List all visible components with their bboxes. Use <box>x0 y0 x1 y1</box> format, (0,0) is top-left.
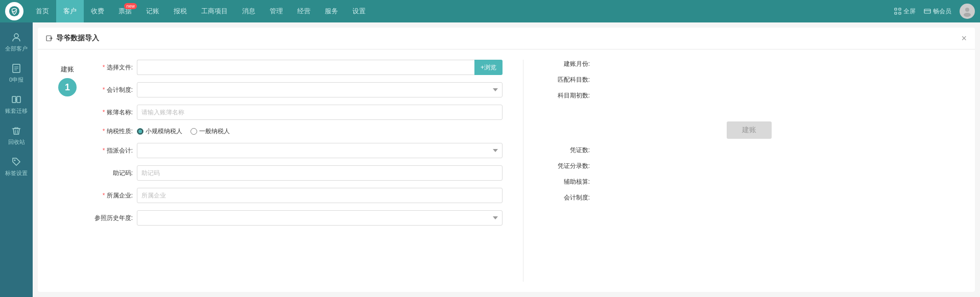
tax-option1-radio[interactable] <box>137 128 144 135</box>
right-account-system-row: 会计制度: <box>544 193 954 202</box>
svg-rect-1 <box>895 8 897 10</box>
sidebar: 全部客户 0申报 账套迁移 回收站 标签设置 <box>0 22 33 297</box>
sidebar-item-all-customers[interactable]: 全部客户 <box>0 28 33 57</box>
nav-bookkeeping[interactable]: 记账 <box>139 0 166 22</box>
tax-option2-radio[interactable] <box>190 128 197 135</box>
subject-init-row: 科目期初数: <box>544 91 954 100</box>
member-label: 畅会员 <box>933 7 951 16</box>
svg-point-6 <box>965 8 969 12</box>
step-section: 建账 1 <box>58 60 77 282</box>
sidebar-item-tag-settings[interactable]: 标签设置 <box>0 152 33 181</box>
tax-option1-label[interactable]: 小规模纳税人 <box>137 127 182 136</box>
svg-rect-5 <box>924 9 930 13</box>
vertical-divider <box>523 60 523 282</box>
member-button[interactable]: 畅会员 <box>924 7 951 16</box>
build-month-label: 建账月份: <box>544 60 590 68</box>
nav-tax[interactable]: 报税 <box>166 0 194 22</box>
fullscreen-label: 全屏 <box>903 7 916 16</box>
nav-settings[interactable]: 设置 <box>345 0 373 22</box>
belong-company-label: 所属企业: <box>92 191 133 200</box>
match-subject-label: 匹配科目数: <box>544 76 590 84</box>
svg-rect-10 <box>12 96 16 103</box>
nav-fee[interactable]: 收费 <box>84 0 111 22</box>
sidebar-item-declare[interactable]: 0申报 <box>0 59 33 88</box>
dialog-header: 导爷数据导入 × <box>38 28 975 50</box>
nav-invoice[interactable]: 票据 new <box>111 0 139 22</box>
browse-button[interactable]: +浏览 <box>474 60 503 75</box>
form-section: 选择文件: +浏览 会计制度: <box>92 60 954 282</box>
nav-operation[interactable]: 经营 <box>290 0 318 22</box>
user-icon <box>11 32 22 43</box>
app-logo[interactable] <box>5 2 23 20</box>
match-subject-row: 匹配科目数: <box>544 76 954 84</box>
nav-manage[interactable]: 管理 <box>262 0 290 22</box>
belong-company-row: 所属企业: <box>92 188 503 203</box>
voucher-entries-label: 凭证分录数: <box>544 162 590 170</box>
tag-icon <box>11 156 22 167</box>
tax-type-label: 纳税性质: <box>92 127 133 136</box>
svg-rect-2 <box>899 8 901 10</box>
build-month-row: 建账月份: <box>544 60 954 68</box>
dialog-body: 建账 1 选择文件: +浏览 <box>38 50 975 292</box>
right-account-system-label: 会计制度: <box>544 193 590 202</box>
svg-point-12 <box>14 160 16 161</box>
memo-code-input[interactable] <box>137 165 503 181</box>
top-nav: 首页 客户 收费 票据 new 记账 报税 工商项目 消息 管理 经营 服务 设… <box>0 0 980 22</box>
nav-biz-project[interactable]: 工商项目 <box>194 0 235 22</box>
svg-rect-11 <box>17 96 20 103</box>
account-system-label: 会计制度: <box>92 86 133 94</box>
belong-company-input[interactable] <box>137 188 503 203</box>
trash-icon <box>11 125 22 136</box>
dialog-title: 导爷数据导入 <box>46 34 99 43</box>
voucher-label: 凭证数: <box>544 146 590 155</box>
memo-code-row: 助记码: <box>92 165 503 181</box>
migrate-icon <box>11 94 22 105</box>
declare-icon <box>11 63 22 74</box>
nav-home[interactable]: 首页 <box>29 0 56 22</box>
new-badge: new <box>124 3 137 9</box>
close-button[interactable]: × <box>961 34 967 43</box>
voucher-row: 凭证数: <box>544 146 954 155</box>
auxiliary-row: 辅助核算: <box>544 178 954 186</box>
file-row: 选择文件: +浏览 <box>92 60 503 75</box>
user-avatar[interactable] <box>960 4 975 19</box>
step-label: 建账 <box>61 65 74 74</box>
import-icon <box>46 35 53 42</box>
svg-rect-4 <box>899 12 901 14</box>
nav-customer[interactable]: 客户 <box>56 0 84 22</box>
account-system-select[interactable] <box>137 82 503 97</box>
fullscreen-button[interactable]: 全屏 <box>894 7 916 16</box>
book-name-row: 账簿名称: <box>92 105 503 120</box>
nav-right: 全屏 畅会员 <box>894 4 975 19</box>
voucher-entries-row: 凭证分录数: <box>544 162 954 170</box>
assign-accountant-select[interactable] <box>137 143 503 158</box>
tax-option2-label[interactable]: 一般纳税人 <box>190 127 230 136</box>
svg-rect-3 <box>895 12 897 14</box>
sidebar-item-migrate[interactable]: 账套迁移 <box>0 90 33 119</box>
memo-code-label: 助记码: <box>92 169 133 178</box>
nav-service[interactable]: 服务 <box>318 0 345 22</box>
dialog-container: 导爷数据导入 × 建账 1 选择文件: <box>38 28 975 292</box>
file-label: 选择文件: <box>92 63 133 72</box>
build-account-button[interactable]: 建账 <box>727 121 772 139</box>
refer-history-label: 参照历史年度: <box>92 214 133 222</box>
subject-init-label: 科目期初数: <box>544 91 590 100</box>
main-layout: 全部客户 0申报 账套迁移 回收站 标签设置 <box>0 22 980 297</box>
main-content: 导爷数据导入 × 建账 1 选择文件: <box>33 22 980 297</box>
svg-point-8 <box>14 34 18 38</box>
nav-items: 首页 客户 收费 票据 new 记账 报税 工商项目 消息 管理 经营 服务 设… <box>29 0 894 22</box>
book-name-label: 账簿名称: <box>92 108 133 117</box>
nav-message[interactable]: 消息 <box>235 0 262 22</box>
tax-type-row: 纳税性质: 小规模纳税人 一般纳税人 <box>92 127 503 136</box>
book-name-input[interactable] <box>137 105 503 120</box>
assign-accountant-row: 指派会计: <box>92 143 503 158</box>
svg-point-7 <box>964 13 971 17</box>
auxiliary-label: 辅助核算: <box>544 178 590 186</box>
form-left: 选择文件: +浏览 会计制度: <box>92 60 503 282</box>
assign-accountant-label: 指派会计: <box>92 146 133 155</box>
refer-history-select[interactable] <box>137 210 503 226</box>
step-circle: 1 <box>58 78 77 96</box>
sidebar-item-trash[interactable]: 回收站 <box>0 121 33 150</box>
form-right: 建账月份: 匹配科目数: 科目期初数: <box>544 60 954 282</box>
account-system-row: 会计制度: <box>92 82 503 97</box>
